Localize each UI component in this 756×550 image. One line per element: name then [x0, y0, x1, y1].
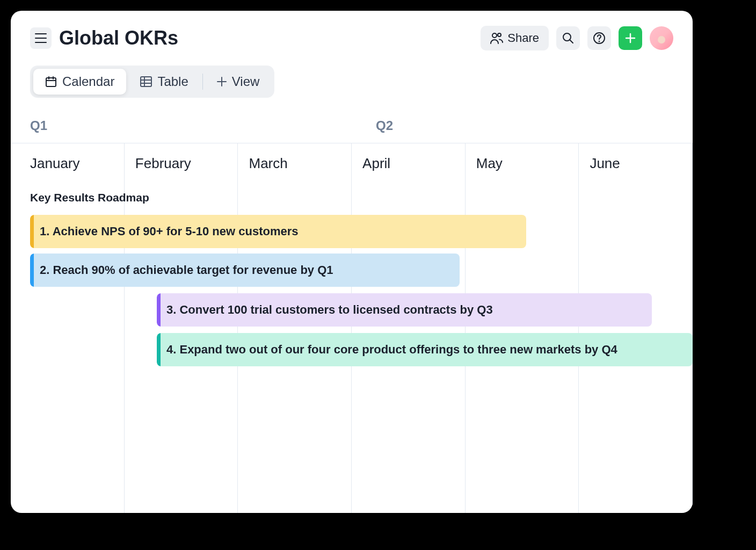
- bar-stripe: [30, 215, 34, 248]
- roadmap-bar[interactable]: 1. Achieve NPS of 90+ for 5-10 new custo…: [30, 215, 526, 248]
- topbar: Global OKRs Share: [11, 11, 693, 56]
- bar-label: 4. Expand two out of our four core produ…: [166, 343, 617, 357]
- svg-point-3: [492, 33, 497, 38]
- roadmap-bar[interactable]: 4. Expand two out of our four core produ…: [157, 333, 693, 366]
- table-icon: [140, 76, 152, 87]
- bar-label: 3. Convert 100 trial customers to licens…: [166, 303, 493, 317]
- view-tabs: Calendar Table View: [30, 66, 274, 98]
- quarter-label: Q1: [30, 118, 376, 133]
- app-window: Global OKRs Share Calendar Table View: [11, 11, 693, 513]
- avatar[interactable]: [650, 26, 673, 50]
- calendar-area: Q1 Q2 JanuaryFebruaryMarchAprilMayJune K…: [11, 118, 693, 513]
- svg-line-6: [570, 40, 573, 43]
- section-title: Key Results Roadmap: [30, 191, 149, 204]
- hamburger-icon: [35, 33, 47, 43]
- plus-icon: [625, 33, 636, 44]
- add-view-label: View: [232, 74, 260, 89]
- help-button[interactable]: [587, 26, 611, 50]
- svg-point-4: [498, 33, 501, 37]
- svg-rect-15: [141, 77, 151, 86]
- svg-point-8: [599, 41, 600, 42]
- month-header: June: [579, 143, 693, 184]
- share-label: Share: [507, 31, 539, 45]
- menu-button[interactable]: [30, 27, 52, 49]
- tab-calendar-label: Calendar: [62, 74, 114, 89]
- bar-label: 1. Achieve NPS of 90+ for 5-10 new custo…: [40, 225, 299, 238]
- roadmap-bar[interactable]: 3. Convert 100 trial customers to licens…: [157, 293, 652, 327]
- people-icon: [490, 32, 503, 44]
- add-view-button[interactable]: View: [205, 69, 272, 95]
- svg-rect-11: [46, 78, 56, 86]
- help-icon: [593, 32, 606, 45]
- share-button[interactable]: Share: [481, 26, 549, 50]
- search-icon: [562, 32, 574, 44]
- bar-label: 2. Reach 90% of achievable target for re…: [40, 263, 333, 277]
- month-header: February: [125, 143, 238, 184]
- search-button[interactable]: [556, 26, 580, 50]
- calendar-icon: [45, 76, 57, 88]
- quarter-label: Q2: [376, 118, 393, 133]
- month-header: May: [466, 143, 579, 184]
- month-header: April: [352, 143, 466, 184]
- page-title: Global OKRs: [59, 27, 178, 49]
- add-button[interactable]: [619, 26, 642, 50]
- roadmap-bar[interactable]: 2. Reach 90% of achievable target for re…: [30, 254, 460, 287]
- month-header: March: [238, 143, 352, 184]
- tab-table-label: Table: [157, 74, 188, 89]
- grid-area: Key Results Roadmap1. Achieve NPS of 90+…: [11, 184, 693, 513]
- tab-divider: [202, 74, 203, 90]
- bar-stripe: [30, 254, 34, 287]
- bar-stripe: [157, 293, 161, 327]
- bar-stripe: [157, 333, 161, 366]
- month-row: JanuaryFebruaryMarchAprilMayJune: [11, 143, 693, 184]
- tab-calendar[interactable]: Calendar: [33, 69, 126, 95]
- quarter-row: Q1 Q2: [11, 118, 693, 143]
- tab-table[interactable]: Table: [128, 69, 200, 95]
- month-header: January: [11, 143, 125, 184]
- plus-icon: [217, 77, 227, 86]
